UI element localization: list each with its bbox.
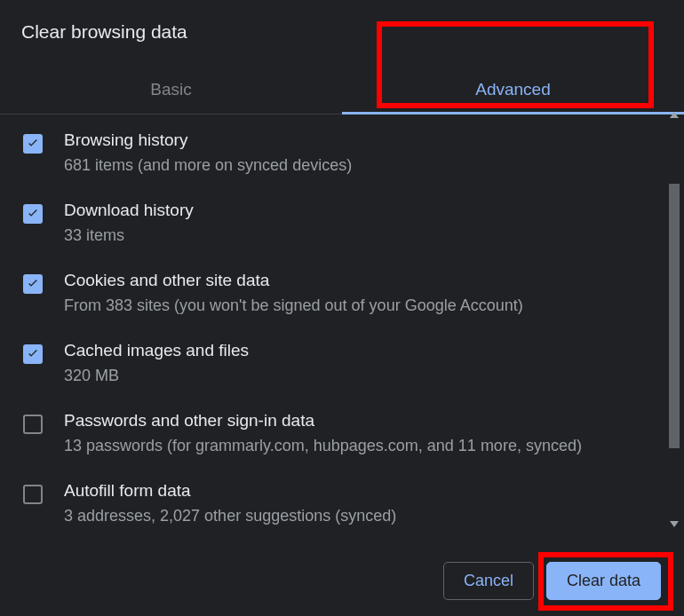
option-text: Browsing history 681 items (and more on … xyxy=(64,130,670,178)
option-cookies: Cookies and other site data From 383 sit… xyxy=(18,264,670,334)
check-icon xyxy=(26,347,40,361)
option-desc: 320 MB xyxy=(64,364,670,388)
tab-advanced-label: Advanced xyxy=(475,80,551,99)
option-label: Download history xyxy=(64,201,670,220)
option-text: Autofill form data 3 addresses, 2,027 ot… xyxy=(64,481,670,528)
tab-basic[interactable]: Basic xyxy=(0,67,342,114)
option-text: Passwords and other sign-in data 13 pass… xyxy=(64,411,670,458)
checkbox-download-history[interactable] xyxy=(23,204,43,224)
options-content: Browsing history 681 items (and more on … xyxy=(0,115,684,546)
option-label: Autofill form data xyxy=(64,481,670,501)
option-label: Passwords and other sign-in data xyxy=(64,411,670,430)
option-cached: Cached images and files 320 MB xyxy=(18,334,670,404)
option-label: Cookies and other site data xyxy=(64,271,670,290)
option-label: Browsing history xyxy=(64,130,670,150)
checkbox-cookies[interactable] xyxy=(23,274,43,294)
option-text: Cookies and other site data From 383 sit… xyxy=(64,271,670,318)
option-passwords: Passwords and other sign-in data 13 pass… xyxy=(18,404,670,474)
option-autofill: Autofill form data 3 addresses, 2,027 ot… xyxy=(18,474,670,544)
checkbox-autofill[interactable] xyxy=(23,485,43,504)
tab-advanced[interactable]: Advanced xyxy=(342,67,684,114)
checkbox-cached[interactable] xyxy=(23,344,43,364)
checkbox-passwords[interactable] xyxy=(23,415,43,434)
option-desc: 3 addresses, 2,027 other suggestions (sy… xyxy=(64,504,670,528)
tab-basic-label: Basic xyxy=(150,80,191,99)
dialog-header: Clear browsing data xyxy=(0,0,684,51)
cancel-button-label: Cancel xyxy=(464,572,513,589)
option-desc: 33 items xyxy=(64,224,670,248)
dialog-footer: Cancel Clear data xyxy=(0,546,684,616)
scrollbar[interactable] xyxy=(666,108,682,534)
check-icon xyxy=(26,277,40,291)
scrollbar-down-icon xyxy=(670,521,679,527)
check-icon xyxy=(26,137,40,151)
cancel-button[interactable]: Cancel xyxy=(443,562,534,600)
option-download-history: Download history 33 items xyxy=(18,193,670,264)
option-desc: 13 passwords (for grammarly.com, hubpage… xyxy=(64,434,670,458)
clear-data-button[interactable]: Clear data xyxy=(546,562,661,600)
option-desc: 681 items (and more on synced devices) xyxy=(64,154,670,178)
clear-data-button-label: Clear data xyxy=(567,572,640,589)
option-browsing-history: Browsing history 681 items (and more on … xyxy=(18,123,670,193)
scrollbar-thumb[interactable] xyxy=(669,184,680,448)
clear-browsing-data-dialog: Clear browsing data Basic Advanced Brows… xyxy=(0,0,684,616)
option-text: Download history 33 items xyxy=(64,201,670,248)
scrollbar-up-icon xyxy=(670,112,679,118)
options-list: Browsing history 681 items (and more on … xyxy=(0,115,684,546)
checkbox-browsing-history[interactable] xyxy=(23,134,43,154)
check-icon xyxy=(26,207,40,221)
option-label: Cached images and files xyxy=(64,341,670,360)
option-text: Cached images and files 320 MB xyxy=(64,341,670,388)
dialog-title: Clear browsing data xyxy=(21,21,663,43)
option-desc: From 383 sites (you won't be signed out … xyxy=(64,294,670,318)
tab-bar: Basic Advanced xyxy=(0,67,684,115)
